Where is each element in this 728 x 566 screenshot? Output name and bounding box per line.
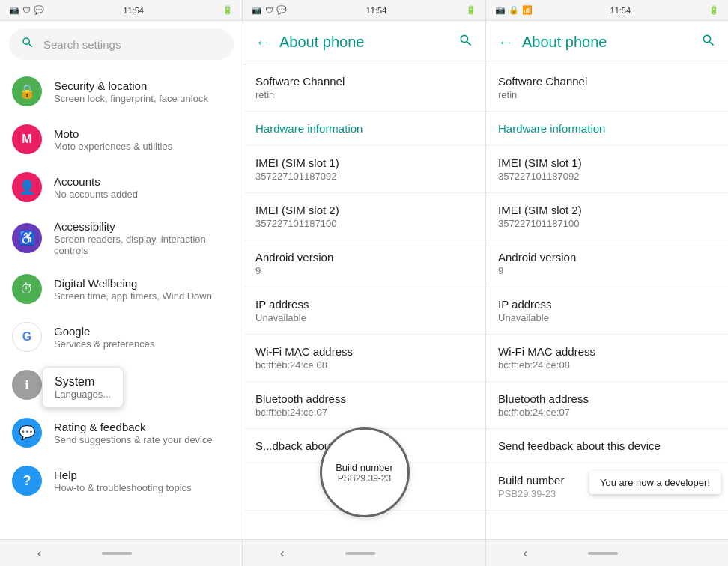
- help-subtitle: How-to & troubleshooting topics: [54, 482, 231, 493]
- middle-ip-address[interactable]: IP address Unavailable: [243, 287, 485, 335]
- build-circle-number: PSB29.39-23: [338, 473, 391, 484]
- right-back-button[interactable]: ←: [498, 34, 513, 51]
- signal-icon-right: 📶: [522, 5, 533, 15]
- system-icon: ℹ: [12, 370, 42, 400]
- time-right: 11:54: [610, 6, 631, 15]
- battery-icon-right: 🔋: [709, 5, 719, 15]
- message-icon: 💬: [34, 5, 44, 15]
- message-icon-mid: 💬: [276, 5, 287, 15]
- battery-left: 🔋: [222, 5, 233, 15]
- accessibility-subtitle: Screen readers, display, interaction con…: [54, 234, 231, 256]
- middle-panel-content: Software Channel retin Hardware informat…: [243, 64, 485, 539]
- settings-item-moto[interactable]: M Moto Moto experiences & utilities: [0, 115, 243, 163]
- status-icons-mid: 📷 🛡 💬: [252, 5, 287, 15]
- right-imei2[interactable]: IMEI (SIM slot 2) 357227101187100: [486, 193, 728, 240]
- camera-icon: 📷: [9, 5, 19, 15]
- battery-mid: 🔋: [466, 5, 476, 15]
- camera-icon-mid: 📷: [252, 5, 262, 15]
- bottom-left: ‹: [0, 540, 243, 566]
- middle-android-version[interactable]: Android version 9: [243, 240, 485, 287]
- settings-item-help[interactable]: ? Help How-to & troubleshooting topics: [0, 457, 243, 505]
- middle-imei2-value: 357227101187100: [255, 218, 473, 229]
- security-text: Security & location Screen lock, fingerp…: [54, 79, 231, 104]
- settings-item-rating[interactable]: 💬 Rating & feedback Send suggestions & r…: [0, 409, 243, 457]
- help-icon: ?: [12, 466, 42, 496]
- right-imei1[interactable]: IMEI (SIM slot 1) 357227101187092: [486, 146, 728, 193]
- middle-panel-title: About phone: [279, 34, 449, 51]
- rating-icon: 💬: [12, 418, 42, 448]
- right-search-button[interactable]: [701, 33, 716, 52]
- right-imei2-value: 357227101187100: [498, 218, 716, 229]
- middle-bluetooth-value: bc:ff:eb:24:ce:07: [255, 407, 473, 418]
- middle-bluetooth[interactable]: Bluetooth address bc:ff:eb:24:ce:07: [243, 382, 485, 429]
- right-send-feedback[interactable]: Send feedback about this device: [486, 429, 728, 463]
- right-android-title: Android version: [498, 251, 716, 264]
- status-section-mid: 📷 🛡 💬 11:54 🔋: [243, 0, 485, 20]
- right-android-version[interactable]: Android version 9: [486, 240, 728, 287]
- middle-imei2[interactable]: IMEI (SIM slot 2) 357227101187100: [243, 193, 485, 240]
- right-software-channel-value: retin: [498, 89, 716, 100]
- right-software-channel[interactable]: Software Channel retin: [486, 64, 728, 112]
- status-icons-right: 📷 🔒 📶: [495, 5, 533, 15]
- status-section-right: 📷 🔒 📶 11:54 🔋: [486, 0, 728, 20]
- bottom-right: ‹: [486, 540, 728, 566]
- accessibility-icon: ♿: [12, 223, 42, 253]
- search-bar[interactable]: Search settings: [9, 28, 234, 60]
- middle-imei2-title: IMEI (SIM slot 2): [255, 204, 473, 216]
- middle-about-panel: ← About phone Software Channel retin Har…: [243, 21, 486, 539]
- right-bluetooth[interactable]: Bluetooth address bc:ff:eb:24:ce:07: [486, 382, 728, 429]
- settings-item-digitalwellbeing[interactable]: ⏱ Digital Wellbeing Screen time, app tim…: [0, 265, 243, 313]
- right-wifi-mac[interactable]: Wi-Fi MAC address bc:ff:eb:24:ce:08: [486, 335, 728, 382]
- middle-software-channel[interactable]: Software Channel retin: [243, 64, 485, 112]
- rating-text: Rating & feedback Send suggestions & rat…: [54, 421, 231, 445]
- back-nav-mid[interactable]: ‹: [280, 547, 284, 560]
- battery-icon-left: 🔋: [222, 5, 233, 15]
- bottom-mid: ‹: [243, 540, 485, 566]
- settings-item-accessibility[interactable]: ♿ Accessibility Screen readers, display,…: [0, 211, 243, 265]
- middle-imei1-title: IMEI (SIM slot 1): [255, 156, 473, 169]
- middle-wifi-mac[interactable]: Wi-Fi MAC address bc:ff:eb:24:ce:08: [243, 335, 485, 382]
- right-bluetooth-title: Bluetooth address: [498, 392, 716, 405]
- rating-title: Rating & feedback: [54, 421, 231, 433]
- settings-panel: Search settings 🔒 Security & location Sc…: [0, 21, 243, 539]
- right-imei1-title: IMEI (SIM slot 1): [498, 156, 716, 169]
- help-text: Help How-to & troubleshooting topics: [54, 469, 231, 493]
- system-tooltip: System Languages...: [42, 367, 124, 408]
- moto-icon: M: [12, 124, 42, 154]
- shield-icon-mid: 🛡: [265, 6, 273, 15]
- settings-item-system[interactable]: ℹ System Languages...: [0, 361, 243, 409]
- accessibility-title: Accessibility: [54, 220, 231, 233]
- nav-indicator-mid: [345, 552, 375, 555]
- help-title: Help: [54, 469, 231, 481]
- right-hardware-title: Hardware information: [498, 122, 716, 135]
- build-circle-label: Build number: [336, 462, 393, 473]
- middle-imei1[interactable]: IMEI (SIM slot 1) 357227101187092: [243, 146, 485, 193]
- middle-hardware-title: Hardware information: [255, 122, 473, 135]
- shield-icon: 🛡: [22, 6, 31, 15]
- time-left: 11:54: [123, 6, 144, 15]
- middle-build-number[interactable]: Build number PSB29.39-23 Build number PS…: [243, 463, 485, 511]
- settings-item-google[interactable]: G Google Services & preferences: [0, 313, 243, 361]
- google-text: Google Services & preferences: [54, 325, 231, 350]
- accounts-text: Accounts No accounts added: [54, 175, 231, 200]
- accessibility-text: Accessibility Screen readers, display, i…: [54, 220, 231, 256]
- settings-item-security[interactable]: 🔒 Security & location Screen lock, finge…: [0, 67, 243, 115]
- right-hardware-info[interactable]: Hardware information: [486, 112, 728, 146]
- right-wifi-value: bc:ff:eb:24:ce:08: [498, 359, 716, 371]
- right-wifi-title: Wi-Fi MAC address: [498, 345, 716, 358]
- lock-icon-right: 🔒: [509, 5, 519, 15]
- system-tooltip-sub: Languages...: [55, 389, 111, 400]
- back-nav-right[interactable]: ‹: [524, 547, 527, 560]
- moto-text: Moto Moto experiences & utilities: [54, 127, 231, 152]
- middle-search-button[interactable]: [458, 33, 473, 52]
- settings-item-accounts[interactable]: 👤 Accounts No accounts added: [0, 163, 243, 211]
- middle-back-button[interactable]: ←: [255, 34, 270, 51]
- right-panel-header: ← About phone: [486, 21, 728, 64]
- battery-icon-mid: 🔋: [466, 5, 476, 15]
- security-subtitle: Screen lock, fingerprint, face unlock: [54, 93, 231, 104]
- right-imei2-title: IMEI (SIM slot 2): [498, 204, 716, 216]
- right-ip-address[interactable]: IP address Unavailable: [486, 287, 728, 335]
- back-nav-left[interactable]: ‹: [37, 547, 41, 560]
- settings-list: 🔒 Security & location Screen lock, finge…: [0, 67, 243, 539]
- middle-hardware-info[interactable]: Hardware information: [243, 112, 485, 146]
